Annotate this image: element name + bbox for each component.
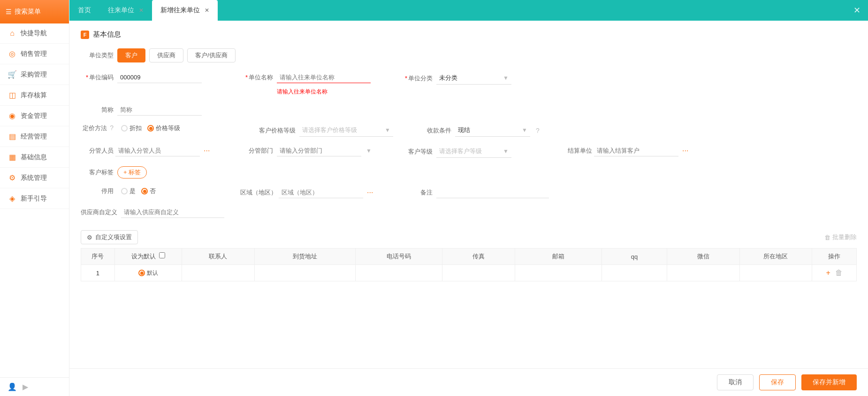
remark-input[interactable] (436, 187, 549, 198)
contact-input[interactable] (199, 270, 237, 277)
payment-select[interactable]: 现结 ▼ (455, 124, 530, 137)
sidebar-item-system[interactable]: ⚙ 系统管理 (0, 168, 69, 188)
sidebar-item-sales[interactable]: ◎ 销售管理 (0, 44, 69, 64)
unit-type-supplier[interactable]: 供应商 (149, 48, 183, 62)
unit-type-customer[interactable]: 客户 (117, 48, 145, 62)
customer-level-select[interactable]: 请选择客户等级 ▼ (436, 145, 511, 158)
purchase-icon: 🛒 (8, 70, 17, 79)
department-input[interactable] (277, 145, 361, 156)
save-add-button[interactable]: 保存并新增 (801, 374, 857, 390)
cancel-button[interactable]: 取消 (717, 374, 754, 390)
row-region-input[interactable] (757, 270, 794, 277)
bulk-delete-label: 批量删除 (832, 233, 857, 241)
sidebar-item-finance[interactable]: ◉ 资金管理 (0, 106, 69, 126)
region-label: 区域（地区） (240, 188, 277, 197)
settlement-more-btn[interactable]: ··· (680, 147, 690, 155)
department-arrow: ▼ (366, 148, 372, 154)
wechat-input[interactable] (685, 270, 722, 277)
row-delete-button[interactable]: 🗑 (834, 269, 844, 277)
name-field: *单位名称 请输入往来单位名称 (240, 72, 400, 96)
fax-input[interactable] (460, 270, 497, 277)
supplier-custom-row: 供应商自定义 (81, 207, 857, 218)
row-qq (602, 265, 667, 281)
payment-value: 现结 (458, 126, 470, 134)
payment-help-icon[interactable]: ? (536, 127, 540, 134)
sidebar-item-inventory[interactable]: ◫ 库存核算 (0, 85, 69, 106)
code-field: *单位编码 (81, 72, 240, 83)
region-more-btn[interactable]: ··· (365, 188, 375, 197)
save-button[interactable]: 保存 (759, 374, 796, 390)
tab-partners[interactable]: 往来单位 ✕ (99, 0, 152, 21)
phone-input[interactable] (375, 270, 422, 277)
pricing-help-icon[interactable]: ? (110, 124, 114, 132)
select-all-checkbox[interactable] (159, 252, 165, 258)
pricing-discount[interactable]: 折扣 (121, 124, 142, 132)
unit-type-both[interactable]: 客户/供应商 (187, 48, 236, 62)
department-field: 分管部门 ▼ (240, 145, 400, 156)
sidebar-item-basics[interactable]: ▦ 基础信息 (0, 147, 69, 168)
disable-no[interactable]: 否 (141, 187, 156, 195)
short-name-input[interactable] (117, 104, 202, 116)
row-add-button[interactable]: + (825, 269, 832, 277)
short-name-label: 简称 (81, 106, 114, 114)
manager-more-btn[interactable]: ··· (202, 147, 212, 155)
contacts-table: 序号 设为默认 联系人 到货地址 电话号码 传真 邮箱 qq 微信 所在地区 操… (81, 248, 857, 281)
sidebar-item-quick-nav[interactable]: ⌂ 快捷导航 (0, 23, 69, 44)
settlement-input[interactable] (594, 145, 678, 156)
name-input[interactable] (277, 72, 371, 83)
col-phone: 电话号码 (356, 248, 442, 265)
payment-label: 收款条件 (419, 126, 451, 135)
row-phone (356, 265, 442, 281)
pricing-price-level[interactable]: 价格等级 (147, 124, 180, 132)
price-level-field: 客户价格等级 请选择客户价格等级 ▼ (259, 124, 419, 137)
address-input[interactable] (277, 270, 333, 277)
settlement-field: 结算单位 ··· (559, 145, 719, 156)
tab-partners-close[interactable]: ✕ (139, 7, 144, 14)
window-close-button[interactable]: ✕ (846, 5, 868, 16)
sidebar-item-purchase[interactable]: 🛒 采购管理 (0, 64, 69, 85)
sidebar-item-guide[interactable]: ◈ 新手引导 (0, 188, 69, 209)
manager-row: 分管人员 ··· 分管部门 ▼ 客户等级 请选择客户等级 ▼ 结算单位 ··· (81, 145, 857, 158)
bulk-delete-button[interactable]: 🗑 批量删除 (824, 233, 857, 241)
category-select[interactable]: 未分类 ▼ (436, 72, 511, 85)
pricing-row: 定价方法 ? 折扣 价格等级 客户价格等级 请选择客户价 (81, 124, 857, 137)
col-contact: 联系人 (182, 248, 255, 265)
sidebar-item-label: 销售管理 (21, 50, 47, 58)
col-qq: qq (602, 248, 667, 265)
price-level-select[interactable]: 请选择客户价格等级 ▼ (299, 124, 393, 137)
sidebar-item-label: 新手引导 (21, 194, 47, 203)
col-email: 邮箱 (515, 248, 602, 265)
customer-level-arrow: ▼ (503, 148, 509, 155)
add-tag-button[interactable]: + 标签 (117, 166, 147, 179)
row-region (739, 265, 812, 281)
supplier-custom-input[interactable] (121, 207, 224, 218)
qq-input[interactable] (618, 270, 651, 277)
region-field: 区域（地区） ··· (240, 187, 400, 198)
tab-new-partner-close[interactable]: ✕ (205, 7, 209, 14)
sidebar-item-label: 经营管理 (21, 132, 47, 141)
tag-label: 客户标签 (81, 168, 114, 177)
custom-settings-button[interactable]: ⚙ 自定义项设置 (81, 230, 138, 244)
sidebar-expand-icon[interactable]: ▶ (23, 382, 28, 391)
manager-input[interactable] (115, 145, 200, 156)
pricing-radio-group: 折扣 价格等级 (121, 124, 180, 132)
disable-label: 停用 (81, 187, 114, 195)
region-input[interactable] (279, 187, 363, 198)
home-icon: ⌂ (8, 29, 17, 38)
sidebar-item-operations[interactable]: ▤ 经营管理 (0, 126, 69, 147)
tab-new-partner[interactable]: 新增往来单位 ✕ (152, 0, 218, 21)
price-level-arrow: ▼ (385, 127, 390, 133)
default-radio-dot (138, 270, 145, 276)
tab-new-partner-label: 新增往来单位 (160, 6, 200, 15)
col-seq: 序号 (81, 248, 115, 265)
row-default-radio[interactable]: 默认 (120, 269, 177, 277)
row-address (254, 265, 356, 281)
sidebar-search[interactable]: ☰ 搜索菜单 (0, 0, 69, 23)
tab-home[interactable]: 首页 (69, 0, 99, 21)
section-icon: F (81, 31, 89, 39)
gear-icon: ⚙ (87, 234, 92, 241)
sidebar-user-icon[interactable]: 👤 (8, 382, 17, 391)
code-input[interactable] (117, 72, 202, 83)
disable-yes[interactable]: 是 (121, 187, 136, 195)
email-input[interactable] (535, 270, 582, 277)
